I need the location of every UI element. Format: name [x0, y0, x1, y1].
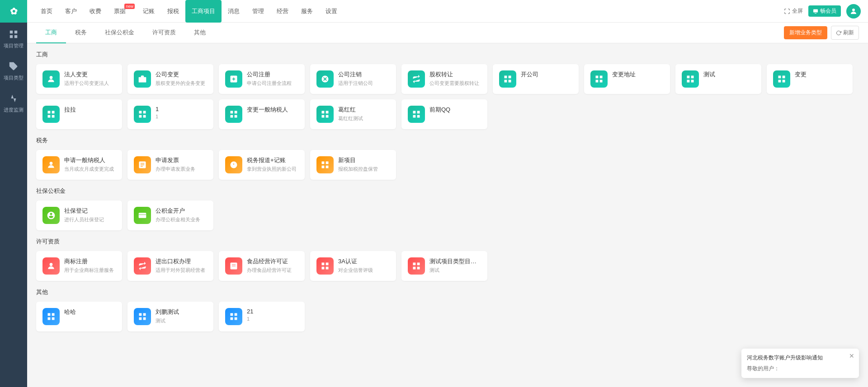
nav-operations[interactable]: 经营 [270, 0, 295, 23]
notification-popup: ✕ 河北税务数字账户升级影响通知 尊敬的用户： [741, 349, 859, 378]
card-gehonghong[interactable]: 葛红红 葛红红测试 [310, 99, 396, 129]
card-test[interactable]: 测试 [675, 64, 761, 94]
fullscreen-btn[interactable]: 全屏 [784, 7, 803, 15]
nav-management[interactable]: 管理 [246, 0, 270, 23]
card-company-reg[interactable]: 公司注册 申请公司注册全流程 [219, 64, 305, 94]
card-info-apply-invoice: 申请发票 办理申请发票业务 [156, 156, 207, 173]
refresh-button[interactable]: 刷新 [831, 26, 859, 40]
nav-settings[interactable]: 设置 [319, 0, 344, 23]
card-open-company[interactable]: 开公司 [493, 64, 579, 94]
card-lala[interactable]: 拉拉 [36, 99, 122, 129]
svg-rect-62 [326, 162, 329, 164]
svg-rect-19 [505, 80, 507, 83]
svg-rect-44 [235, 115, 237, 118]
nav-tax[interactable]: 报税 [161, 0, 185, 23]
card-icon-apply-invoice [134, 156, 151, 173]
card-icon-company-change [134, 70, 151, 88]
user-avatar[interactable] [846, 4, 861, 19]
card-trademark-reg[interactable]: 商标注册 用于企业商标注册服务 [36, 251, 122, 281]
sidebar-item-progress-monitor[interactable]: 进度监测 [0, 87, 27, 119]
card-qianqiQQ[interactable]: 前期QQ [401, 99, 487, 129]
card-3a-cert[interactable]: 3A认证 对企业信誉评级 [310, 251, 396, 281]
svg-rect-41 [231, 111, 233, 114]
svg-rect-74 [326, 267, 329, 270]
svg-rect-0 [10, 31, 13, 33]
card-tax-report[interactable]: 税务报道+记账 拿到营业执照的新公司 [219, 150, 305, 180]
card-icon-food-license [225, 257, 242, 275]
card-food-license[interactable]: 食品经营许可证 办理食品经营许可证 [219, 251, 305, 281]
card-name-equity-transfer: 股权转让 [429, 70, 481, 79]
card-info-one: 1 1 [156, 106, 207, 119]
vip-btn[interactable]: 畅会员 [808, 5, 841, 17]
card-one[interactable]: 1 1 [127, 99, 213, 129]
card-change-address[interactable]: 变更地址 [584, 64, 670, 94]
card-name-trademark-reg: 商标注册 [64, 257, 116, 266]
nav-bizreg[interactable]: 工商项目 [185, 0, 222, 23]
nav-customers[interactable]: 客户 [59, 0, 83, 23]
tab-shuiwu[interactable]: 税务 [66, 23, 96, 43]
card-company-change[interactable]: 公司变更 股权变更外的业务变更 [127, 64, 213, 94]
nav-messages[interactable]: 消息 [222, 0, 246, 23]
card-info-twentyone: 21 1 [247, 308, 298, 322]
card-liupeng-test[interactable]: 刘鹏测试 测试 [127, 302, 213, 331]
card-name-import-export: 进出口权办理 [156, 257, 207, 266]
tab-xuke[interactable]: 许可资质 [143, 23, 185, 43]
card-name-one: 1 [156, 106, 207, 112]
tab-shebao[interactable]: 社保公积金 [96, 23, 143, 43]
card-desc-company-cancel: 适用于注销公司 [338, 80, 390, 87]
nav-tickets[interactable]: 票据new [108, 0, 137, 23]
nav-accounting[interactable]: 记账 [137, 0, 161, 23]
card-info-change-address: 变更地址 [612, 70, 664, 80]
svg-rect-34 [52, 111, 55, 114]
tab-other[interactable]: 其他 [185, 23, 215, 43]
card-name-tax-report: 税务报道+记账 [247, 156, 298, 164]
card-apply-invoice[interactable]: 申请发票 办理申请发票业务 [127, 150, 213, 180]
nav-billing[interactable]: 收费 [83, 0, 108, 23]
logo: ✿ [0, 0, 27, 23]
card-social-reg[interactable]: 社保登记 进行人员社保登记 [36, 200, 122, 230]
svg-rect-90 [235, 317, 237, 320]
tab-gongshang[interactable]: 工商 [36, 23, 66, 43]
svg-rect-1 [14, 31, 17, 33]
card-info-apply-taxpayer: 申请一般纳税人 当月或次月成变更完成 [64, 156, 116, 173]
card-fund-open[interactable]: 公积金开户 办理公积金相关业务 [127, 200, 213, 230]
svg-rect-36 [52, 115, 55, 118]
card-desc-tax-report: 拿到营业执照的新公司 [247, 166, 298, 173]
new-badge: new [124, 4, 135, 9]
section-title-other: 其他 [36, 288, 859, 296]
card-change-taxpayer[interactable]: 变更一般纳税人 [219, 99, 305, 129]
chart-icon [7, 92, 20, 105]
card-company-cancel[interactable]: 公司注销 适用于注销公司 [310, 64, 396, 94]
card-desc-apply-taxpayer: 当月或次月成变更完成 [64, 166, 116, 173]
notification-close-btn[interactable]: ✕ [849, 352, 854, 359]
card-import-export[interactable]: 进出口权办理 适用于对外贸易经营者 [127, 251, 213, 281]
card-icon-apply-taxpayer [42, 156, 60, 173]
card-icon-haha [42, 308, 60, 325]
svg-rect-45 [322, 111, 325, 114]
sidebar-item-project-type[interactable]: 项目类型 [0, 55, 27, 87]
card-icon-tax-report [225, 156, 242, 173]
cards-grid-shebao: 社保登记 进行人员社保登记 公积金开户 办理公积金相关业务 [36, 200, 859, 230]
card-desc-social-reg: 进行人员社保登记 [64, 216, 116, 223]
card-apply-taxpayer[interactable]: 申请一般纳税人 当月或次月成变更完成 [36, 150, 122, 180]
card-legal-change[interactable]: 法人变更 适用于公司变更法人 [36, 64, 122, 94]
card-info-lala: 拉拉 [64, 106, 116, 115]
card-haha[interactable]: 哈哈 [36, 302, 122, 331]
sidebar-item-project-mgmt[interactable]: 项目管理 [0, 23, 27, 55]
card-test-type[interactable]: 测试项目类型目定义 测试 [401, 251, 487, 281]
card-name-company-reg: 公司注册 [247, 70, 298, 79]
card-new-project[interactable]: 新项目 报税加税控盘保管 [310, 150, 396, 180]
card-equity-transfer[interactable]: 股权转让 公司变更需要股权转让 [401, 64, 487, 94]
nav-service[interactable]: 服务 [295, 0, 319, 23]
card-name-change-taxpayer: 变更一般纳税人 [247, 106, 298, 114]
card-change[interactable]: 变更 [767, 64, 853, 94]
card-icon-change [773, 70, 790, 88]
card-icon-qianqiQQ [408, 106, 425, 123]
svg-rect-43 [231, 115, 233, 118]
nav-home[interactable]: 首页 [34, 0, 59, 23]
add-type-button[interactable]: 新增业务类型 [784, 26, 827, 39]
svg-rect-21 [596, 76, 599, 79]
card-name-change-address: 变更地址 [612, 70, 664, 79]
card-desc-liupeng-test: 测试 [156, 317, 207, 324]
card-twentyone[interactable]: 21 1 [219, 302, 305, 331]
